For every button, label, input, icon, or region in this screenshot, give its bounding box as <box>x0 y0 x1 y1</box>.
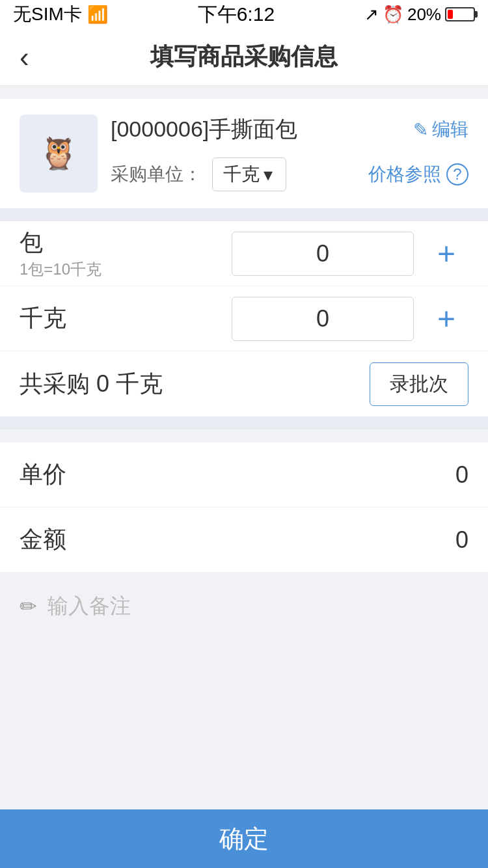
price-ref-button[interactable]: 价格参照 ? <box>368 162 468 187</box>
price-section: 单价 0 金额 0 <box>0 442 488 573</box>
confirm-button-label: 确定 <box>219 822 269 856</box>
price-ref-help-icon: ? <box>446 163 468 185</box>
battery-percent: 20% <box>407 5 441 25</box>
status-bar: 无SIM卡 📶 下午6:12 ↗ ⏰ 20% <box>0 0 488 29</box>
product-image: 🦉 <box>20 115 98 193</box>
notes-placeholder: 输入备注 <box>47 592 131 621</box>
kg-label: 千克 <box>20 303 98 334</box>
amount-row: 金额 0 <box>0 508 488 573</box>
kg-label-group: 千克 <box>20 303 98 334</box>
status-left: 无SIM卡 📶 <box>13 2 108 27</box>
amount-value: 0 <box>455 526 468 554</box>
edit-label: 编辑 <box>432 117 468 142</box>
carrier-label: 无SIM卡 <box>13 2 82 27</box>
pack-label: 包 <box>20 227 102 259</box>
kg-input-group: + <box>98 297 468 341</box>
summary-row: 共采购 0 千克 录批次 <box>0 351 488 416</box>
product-name-row: [0000006]手撕面包 ✎ 编辑 <box>111 115 468 144</box>
unit-price-label: 单价 <box>20 459 66 491</box>
section-separator-1 <box>0 208 488 221</box>
pack-plus-button[interactable]: + <box>424 232 468 276</box>
input-section: 包 1包=10千克 + 千克 + 共采购 0 千克 录批次 <box>0 221 488 416</box>
notes-section[interactable]: ✏ 输入备注 <box>0 573 488 640</box>
purchase-unit-row: 采购单位： 千克 ▾ 价格参照 ? <box>111 157 468 191</box>
unit-select[interactable]: 千克 ▾ <box>212 157 286 191</box>
pack-input[interactable] <box>232 232 414 276</box>
product-card: 🦉 [0000006]手撕面包 ✎ 编辑 采购单位： 千克 ▾ 价格参照 ? <box>0 99 488 208</box>
status-right: ↗ ⏰ 20% <box>364 5 475 25</box>
kg-input[interactable] <box>232 297 414 341</box>
product-name: [0000006]手撕面包 <box>111 115 297 144</box>
nav-bar: ‹ 填写商品采购信息 <box>0 29 488 86</box>
product-info: [0000006]手撕面包 ✎ 编辑 采购单位： 千克 ▾ 价格参照 ? <box>111 115 468 191</box>
unit-price-value: 0 <box>455 461 468 489</box>
pack-label-group: 包 1包=10千克 <box>20 227 102 280</box>
summary-text: 共采购 0 千克 <box>20 368 163 400</box>
purchase-unit-label: 采购单位： <box>111 162 202 187</box>
kg-plus-button[interactable]: + <box>424 297 468 341</box>
pack-input-group: + <box>102 232 468 276</box>
chevron-down-icon: ▾ <box>264 164 273 185</box>
section-separator-2 <box>0 416 488 429</box>
batch-button[interactable]: 录批次 <box>370 362 468 406</box>
pack-row: 包 1包=10千克 + <box>0 221 488 286</box>
status-time: 下午6:12 <box>198 1 275 28</box>
confirm-bar[interactable]: 确定 <box>0 809 488 868</box>
edit-button[interactable]: ✎ 编辑 <box>413 117 468 142</box>
wifi-icon: 📶 <box>87 5 108 25</box>
amount-label: 金额 <box>20 524 66 556</box>
unit-price-row: 单价 0 <box>0 442 488 508</box>
edit-icon: ✎ <box>413 119 428 141</box>
battery-icon <box>445 7 475 21</box>
pack-sub-label: 1包=10千克 <box>20 259 102 280</box>
back-button[interactable]: ‹ <box>20 41 29 74</box>
alarm-icon: ⏰ <box>383 5 403 25</box>
price-ref-label: 价格参照 <box>368 162 441 187</box>
unit-value: 千克 <box>223 162 260 187</box>
product-logo: 🦉 <box>39 135 78 172</box>
pencil-icon: ✏ <box>20 594 37 619</box>
page-title: 填写商品采购信息 <box>150 41 338 73</box>
location-icon: ↗ <box>364 5 379 25</box>
kg-row: 千克 + <box>0 286 488 351</box>
